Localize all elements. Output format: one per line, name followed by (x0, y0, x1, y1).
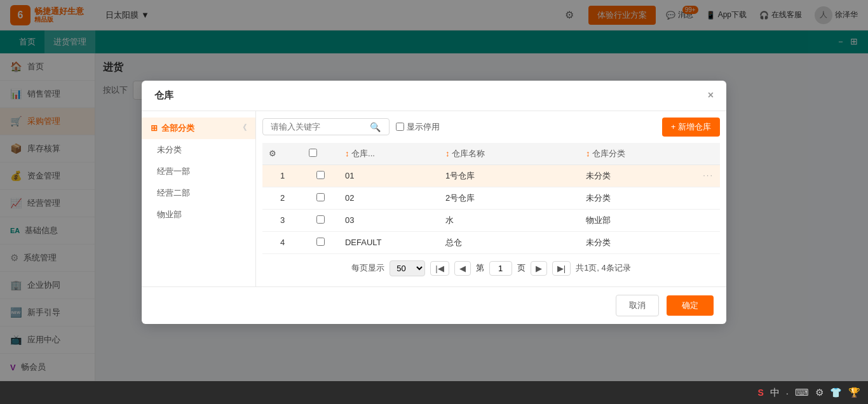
modal-header: 仓库 × (142, 81, 726, 111)
row-category: 未分类 (580, 231, 720, 253)
bottom-bar: S 中 · ⌨ ⚙ 👕 🏆 (0, 381, 868, 404)
zh-icon: 中 (770, 387, 780, 399)
page-suffix: 页 (517, 262, 526, 274)
row-category: 未分类 (580, 187, 720, 209)
modal-overlay[interactable]: 仓库 × ⊞ 全部分类 《 未分类 经营一部 经营二部 物业部 (0, 0, 868, 404)
keyboard-icon[interactable]: ⌨ (795, 387, 809, 398)
search-icon: 🔍 (370, 122, 381, 132)
search-input[interactable] (268, 119, 370, 135)
row-category: 物业部 (580, 209, 720, 231)
show-disabled-checkbox[interactable] (396, 123, 404, 131)
grid-icon: ⊞ (151, 123, 158, 133)
row-check[interactable] (302, 165, 339, 187)
prev-page-button[interactable]: ◀ (454, 261, 471, 276)
search-bar: 🔍 显示停用 + 新增仓库 (262, 118, 720, 137)
last-page-button[interactable]: ▶| (552, 261, 571, 276)
add-warehouse-button[interactable]: + 新增仓库 (662, 118, 720, 137)
settings2-icon[interactable]: ⚙ (815, 387, 824, 398)
row-check[interactable] (302, 231, 339, 253)
th-gear: ⚙ (262, 143, 302, 165)
category-panel: ⊞ 全部分类 《 未分类 经营一部 经营二部 物业部 (142, 111, 256, 286)
next-page-button[interactable]: ▶ (531, 261, 547, 276)
category-item-ops1[interactable]: 经营一部 (142, 161, 255, 182)
row-name: 2号仓库 (439, 187, 580, 209)
show-disabled-label: 显示停用 (396, 121, 440, 133)
row-code: DEFAULT (339, 231, 439, 253)
row-name: 1号仓库 (439, 165, 580, 187)
category-item-unclassified[interactable]: 未分类 (142, 139, 255, 161)
collapse-icon[interactable]: 《 (239, 123, 247, 133)
row-code: 01 (339, 165, 439, 187)
th-check (302, 143, 339, 165)
select-all-checkbox[interactable] (309, 149, 317, 157)
category-item-ops2[interactable]: 经营二部 (142, 182, 255, 204)
table-row[interactable]: 1 01 1号仓库 未分类 ··· (262, 165, 720, 187)
row-code: 03 (339, 209, 439, 231)
table-row[interactable]: 4 DEFAULT 总仓 未分类 (262, 231, 720, 253)
modal-body: ⊞ 全部分类 《 未分类 经营一部 经营二部 物业部 🔍 (142, 111, 726, 286)
trophy-icon: 🏆 (848, 387, 860, 398)
page-total-info: 共1页, 4条记录 (576, 262, 631, 274)
cancel-button[interactable]: 取消 (616, 295, 659, 316)
modal-title: 仓库 (154, 90, 173, 102)
row-num: 1 (262, 165, 302, 187)
search-input-wrap: 🔍 (262, 118, 390, 135)
warehouse-table: ⚙ ↕ 仓库... ↕ 仓库名称 ↕ 仓库分类 (262, 143, 720, 254)
category-all-item[interactable]: ⊞ 全部分类 《 (142, 118, 255, 139)
row-num: 2 (262, 187, 302, 209)
category-item-property[interactable]: 物业部 (142, 204, 255, 226)
table-container: ⚙ ↕ 仓库... ↕ 仓库名称 ↕ 仓库分类 (262, 143, 720, 254)
row-check[interactable] (302, 187, 339, 209)
row-check[interactable] (302, 209, 339, 231)
row-code: 02 (339, 187, 439, 209)
table-row[interactable]: 3 03 水 物业部 (262, 209, 720, 231)
pagination: 每页显示 50 10 20 100 |◀ ◀ 第 页 ▶ ▶| 共1页, 4条记… (262, 254, 720, 280)
first-page-button[interactable]: |◀ (430, 261, 449, 276)
sougou-icon: S (757, 387, 763, 398)
table-panel: 🔍 显示停用 + 新增仓库 ⚙ (256, 111, 726, 286)
show-disabled-text: 显示停用 (407, 121, 440, 133)
th-code: ↕ 仓库... (339, 143, 439, 165)
row-num: 3 (262, 209, 302, 231)
confirm-button[interactable]: 确定 (667, 295, 714, 316)
th-category: ↕ 仓库分类 (580, 143, 720, 165)
modal-close-button[interactable]: × (708, 90, 714, 101)
category-all-label: 全部分类 (161, 123, 194, 134)
page-size-label: 每页显示 (351, 262, 384, 274)
shirt-icon: 👕 (830, 387, 842, 398)
row-actions[interactable]: ··· (703, 170, 714, 180)
th-name: ↕ 仓库名称 (439, 143, 580, 165)
dot-icon: · (786, 387, 789, 398)
page-label: 第 (476, 262, 484, 274)
page-number-input[interactable] (489, 261, 512, 276)
row-name: 水 (439, 209, 580, 231)
row-name: 总仓 (439, 231, 580, 253)
page-size-select[interactable]: 50 10 20 100 (390, 260, 425, 276)
modal-footer: 取消 确定 (142, 286, 726, 324)
warehouse-modal: 仓库 × ⊞ 全部分类 《 未分类 经营一部 经营二部 物业部 (142, 81, 726, 324)
row-category: 未分类 ··· (580, 165, 720, 187)
table-row[interactable]: 2 02 2号仓库 未分类 (262, 187, 720, 209)
row-num: 4 (262, 231, 302, 253)
